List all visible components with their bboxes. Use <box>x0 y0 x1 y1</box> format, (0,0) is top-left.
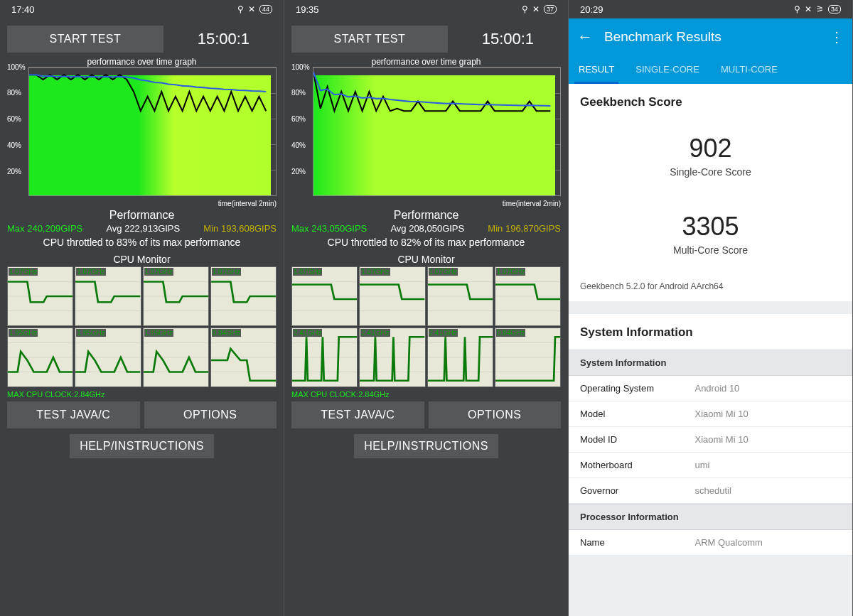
table-row: ModelXiaomi Mi 10 <box>569 401 852 427</box>
timer-value: 15:00:1 <box>455 30 561 48</box>
battery-icon: 44 <box>259 5 272 13</box>
status-time: 20:29 <box>580 4 603 15</box>
row-key: Name <box>580 537 694 548</box>
core-frequency: 2.41GHz <box>429 329 458 337</box>
cpu-core: 1.07GHz <box>291 266 358 326</box>
graph-x-label: time(interval 2min) <box>218 200 277 207</box>
timer-value: 15:00:1 <box>171 30 277 48</box>
back-icon[interactable]: ← <box>577 28 593 46</box>
cpu-core: 0.84GHz <box>495 328 561 387</box>
core-frequency: 1.07GHz <box>212 268 241 276</box>
battery-icon: 37 <box>544 5 557 13</box>
cpu-core: 0.84GHz <box>210 328 277 387</box>
core-frequency: 1.95GHz <box>76 329 105 337</box>
help-button[interactable]: HELP/INSTRUCTIONS <box>70 434 214 458</box>
screen-geekbench: 20:29 ⚲ ✕ ⚞ 34 ← Benchmark Results ⋮ RES… <box>569 0 853 616</box>
test-java-button[interactable]: TEST JAVA/C <box>291 401 424 428</box>
multi-core-block: 3305 Multi-Core Score <box>569 198 852 276</box>
tab-result[interactable]: RESULT <box>574 55 618 84</box>
core-frequency: 1.07GHz <box>360 268 390 276</box>
cpu-core: 1.07GHz <box>359 266 425 326</box>
core-frequency: 2.41GHz <box>360 329 390 337</box>
dnd-icon: ✕ <box>248 4 255 14</box>
row-value: schedutil <box>694 485 841 496</box>
tab-bar: RESULT SINGLE-CORE MULTI-CORE <box>569 55 852 84</box>
graph-x-label: time(interval 2min) <box>503 200 561 207</box>
cpu-core: 1.07GHz <box>143 266 209 326</box>
row-value: ARM Qualcomm <box>694 537 841 548</box>
content-scroll[interactable]: Geekbench Score 902 Single-Core Score 33… <box>569 84 852 616</box>
sysinfo-subheading: System Information <box>569 350 852 376</box>
table-row: Name ARM Qualcomm <box>569 530 852 556</box>
graph-title: performance over time graph <box>291 57 561 67</box>
row-key: Operating System <box>580 383 694 394</box>
table-row: Model IDXiaomi Mi 10 <box>569 427 852 453</box>
status-icons: ⚲ ✕ 44 <box>237 4 272 14</box>
options-button[interactable]: OPTIONS <box>144 401 277 428</box>
row-value: Android 10 <box>694 383 841 394</box>
row-value: Xiaomi Mi 10 <box>694 409 841 419</box>
multi-core-score: 3305 <box>569 212 852 242</box>
core-frequency: 1.07GHz <box>496 268 525 276</box>
row-key: Model ID <box>580 434 694 445</box>
core-frequency: 1.07GHz <box>144 268 173 276</box>
battery-icon: 34 <box>828 5 841 13</box>
start-test-button[interactable]: START TEST <box>291 26 448 53</box>
row-key: Model <box>580 409 694 419</box>
screen-throttle-2: 19:35 ⚲ ✕ 37 START TEST 15:00:1 performa… <box>284 0 569 616</box>
cpu-core: 1.07GHz <box>75 266 141 326</box>
sysinfo-heading: System Information <box>569 314 852 350</box>
core-frequency: 1.07GHz <box>76 268 105 276</box>
max-clock-label: MAX CPU CLOCK:2.84GHz <box>0 389 284 401</box>
max-clock-label: MAX CPU CLOCK:2.84GHz <box>284 389 568 401</box>
tab-single-core[interactable]: SINGLE-CORE <box>631 55 704 84</box>
score-section: Geekbench Score 902 Single-Core Score 33… <box>569 84 852 301</box>
single-core-block: 902 Single-Core Score <box>569 119 852 198</box>
overflow-menu-icon[interactable]: ⋮ <box>830 28 844 45</box>
core-frequency: 1.95GHz <box>9 329 38 337</box>
single-core-label: Single-Core Score <box>569 166 852 178</box>
cpu-core: 1.95GHz <box>143 328 209 387</box>
statusbar: 17:40 ⚲ ✕ 44 <box>0 0 284 18</box>
version-footnote: Geekbench 5.2.0 for Android AArch64 <box>569 276 852 301</box>
screen-throttle-1: 17:40 ⚲ ✕ 44 START TEST 15:00:1 performa… <box>0 0 284 616</box>
score-heading: Geekbench Score <box>569 84 852 119</box>
procinfo-subheading: Processor Information <box>569 504 852 530</box>
status-icons: ⚲ ✕ 37 <box>522 4 557 14</box>
statusbar: 19:35 ⚲ ✕ 37 <box>284 0 568 18</box>
status-icons: ⚲ ✕ ⚞ 34 <box>794 4 841 14</box>
status-time: 17:40 <box>11 4 35 15</box>
table-row: Motherboardumi <box>569 453 852 478</box>
bluetooth-icon: ⚲ <box>794 4 800 14</box>
table-row: Operating SystemAndroid 10 <box>569 376 852 401</box>
single-core-score: 902 <box>569 134 852 163</box>
performance-graph: performance over time graph 100% 80% 60%… <box>7 58 277 207</box>
cpu-core: 2.41GHz <box>359 328 425 387</box>
cpu-core: 1.95GHz <box>75 328 141 387</box>
row-key: Governor <box>580 485 694 496</box>
tab-multi-core[interactable]: MULTI-CORE <box>717 55 782 84</box>
test-java-button[interactable]: TEST JAVA/C <box>7 401 140 428</box>
help-button[interactable]: HELP/INSTRUCTIONS <box>354 434 498 458</box>
dnd-icon: ✕ <box>532 4 540 14</box>
cpu-core: 1.07GHz <box>7 266 73 326</box>
row-key: Motherboard <box>580 460 694 470</box>
core-frequency: 1.95GHz <box>144 329 173 337</box>
multi-core-label: Multi-Core Score <box>569 244 852 256</box>
bluetooth-icon: ⚲ <box>522 4 528 14</box>
statusbar: 20:29 ⚲ ✕ ⚞ 34 <box>569 0 852 18</box>
options-button[interactable]: OPTIONS <box>429 401 562 428</box>
app-header: ← Benchmark Results ⋮ <box>569 18 852 55</box>
page-title: Benchmark Results <box>604 29 818 45</box>
start-test-button[interactable]: START TEST <box>7 26 163 53</box>
cpu-core: 2.41GHz <box>291 328 358 387</box>
wifi-icon: ⚞ <box>816 4 824 14</box>
performance-graph: performance over time graph 100% 80% 60%… <box>291 58 561 207</box>
dnd-icon: ✕ <box>805 4 812 14</box>
status-time: 19:35 <box>296 4 319 15</box>
cpu-core: 1.07GHz <box>495 266 561 326</box>
graph-title: performance over time graph <box>7 57 277 67</box>
cpu-core: 1.07GHz <box>210 266 277 326</box>
core-frequency: 0.84GHz <box>496 329 525 337</box>
row-value: umi <box>694 460 841 470</box>
